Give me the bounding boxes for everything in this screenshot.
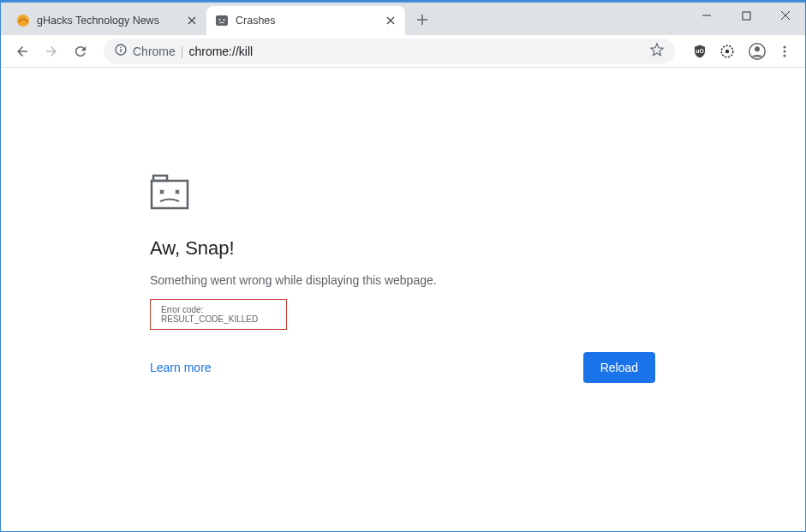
extension-icon[interactable] (718, 42, 737, 61)
page-content: Aw, Snap! Something went wrong while dis… (3, 68, 803, 529)
svg-rect-17 (153, 176, 167, 181)
tab-crashes[interactable]: Crashes (206, 6, 405, 35)
forward-button[interactable] (39, 39, 64, 64)
toolbar: Chrome | chrome://kill uO (1, 35, 805, 68)
learn-more-link[interactable]: Learn more (150, 361, 212, 374)
omnibox-separator: | (181, 45, 184, 58)
error-actions: Learn more Reload (150, 352, 655, 383)
svg-point-3 (224, 19, 225, 21)
tab-title: Crashes (236, 15, 379, 27)
close-icon[interactable] (385, 15, 397, 27)
svg-point-13 (784, 45, 786, 48)
new-tab-button[interactable] (410, 8, 434, 32)
svg-point-6 (120, 47, 122, 49)
svg-point-14 (784, 50, 786, 52)
window-controls (687, 3, 805, 30)
error-code-highlight: Error code: RESULT_CODE_KILLED (150, 299, 287, 330)
extension-icons: uO (685, 42, 742, 61)
close-window-button[interactable] (766, 3, 805, 28)
favicon-ghacks (16, 14, 30, 27)
omnibox-url: chrome://kill (188, 45, 253, 58)
kebab-menu-icon[interactable] (773, 39, 797, 63)
error-message: Something went wrong while displaying th… (150, 273, 655, 287)
error-block: Aw, Snap! Something went wrong while dis… (150, 174, 655, 383)
error-code-label: Error code: (161, 305, 203, 314)
svg-point-12 (755, 46, 760, 51)
svg-rect-7 (120, 49, 121, 52)
close-icon[interactable] (186, 15, 198, 27)
svg-point-2 (219, 19, 221, 21)
maximize-button[interactable] (726, 3, 766, 28)
svg-text:uO: uO (696, 48, 703, 54)
profile-avatar[interactable] (745, 39, 769, 63)
site-info-icon[interactable] (114, 43, 128, 59)
svg-rect-16 (152, 181, 188, 208)
svg-rect-4 (743, 12, 750, 20)
reload-button[interactable]: Reload (583, 352, 655, 383)
favicon-crashes (215, 14, 229, 27)
tab-strip: gHacks Technology News Crashes (1, 3, 805, 35)
svg-point-0 (17, 15, 29, 27)
omnibox[interactable]: Chrome | chrome://kill (104, 39, 675, 64)
tab-ghacks[interactable]: gHacks Technology News (8, 6, 206, 35)
back-button[interactable] (9, 39, 35, 64)
bookmark-star-icon[interactable] (649, 42, 665, 60)
sad-folder-icon (150, 174, 655, 215)
reload-toolbar-button[interactable] (68, 39, 93, 64)
error-code-value: RESULT_CODE_KILLED (161, 314, 258, 324)
omnibox-scheme: Chrome (133, 45, 176, 58)
svg-point-10 (725, 49, 730, 53)
error-title: Aw, Snap! (150, 237, 655, 260)
minimize-button[interactable] (687, 3, 726, 28)
ublock-icon[interactable]: uO (690, 42, 709, 61)
svg-point-15 (784, 54, 786, 57)
svg-rect-1 (216, 15, 228, 26)
tab-title: gHacks Technology News (37, 15, 181, 27)
